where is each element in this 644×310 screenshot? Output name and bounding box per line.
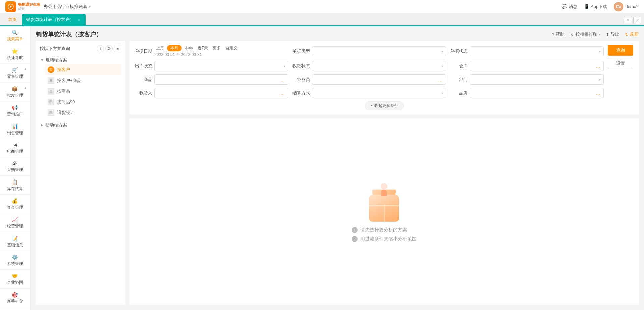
maximize-tab-btn[interactable]: ⤢ <box>633 17 641 24</box>
sidebar-item-purchase[interactable]: 🛍 采购管理 <box>0 157 30 176</box>
brand-input[interactable]: … <box>470 88 604 98</box>
app-download-btn[interactable]: 📱 App下载 <box>584 4 607 10</box>
page-title: 销货单统计表（按客户） <box>36 30 102 38</box>
desktop-group-toggle-icon: ▶ <box>41 59 44 61</box>
out-status-field: 出库状态 ▾ <box>135 61 288 71</box>
sidebar-item-finance[interactable]: 💰 资金管理 <box>0 195 30 213</box>
query-btn[interactable]: 查询 <box>608 45 633 56</box>
department-input[interactable]: ▾ <box>470 74 604 85</box>
scheme-item-return[interactable]: 图 退货统计 <box>45 107 121 118</box>
tab-sales-stats[interactable]: 销货单统计表（按客户） × <box>22 14 86 25</box>
sidebar-item-business[interactable]: 📈 经营管理 <box>0 213 30 232</box>
empty-state: 1 请先选择要分析的方案 2 用过滤条件来缩小分析范围 <box>129 118 639 305</box>
scheme-item-by-product[interactable]: 표 按商品 <box>45 86 121 97</box>
date-range: 2023-03-01 至 2023-03-31 <box>154 52 288 58</box>
salesperson-field: 业务员 … <box>292 74 446 85</box>
enterprise-icon: 🤝 <box>12 273 18 279</box>
doc-type-input[interactable]: ▾ <box>312 46 446 56</box>
scheme-item-icon-return: 图 <box>48 109 54 116</box>
doc-type-field: 单据类型 ▾ <box>292 46 446 56</box>
hint1: 1 请先选择要分析的方案 <box>352 227 417 233</box>
logo-subtitle: 标账 <box>18 7 40 11</box>
date-btn-this-year[interactable]: 本年 <box>183 45 195 51</box>
settlement-input[interactable]: ▾ <box>312 88 446 98</box>
warehouse-input[interactable]: … <box>470 61 604 71</box>
user-profile[interactable]: Ea demo2 <box>614 2 639 11</box>
desktop-scheme-group: ▶ 电脑端方案 客 按客户 표 按客户+商 <box>40 56 121 118</box>
collapse-filter-btn[interactable]: ∧ 收起更多条件 <box>365 101 404 110</box>
department-label: 部门 <box>450 76 468 83</box>
message-btn[interactable]: 💬 消息 <box>562 4 577 10</box>
scheme-item-label-product: 按商品 <box>57 88 70 94</box>
refresh-btn[interactable]: ↻ 刷新 <box>625 31 639 37</box>
salesperson-input[interactable]: … <box>312 74 446 85</box>
sidebar-item-app-center[interactable]: 📱 应用中心 <box>0 307 30 310</box>
sidebar-item-basic[interactable]: 📝 基础信息 <box>0 232 30 251</box>
export-icon: ⬆ <box>606 32 609 37</box>
sidebar-item-wholesale[interactable]: 📦 批发管理 ▲ <box>0 83 30 101</box>
date-btn-this-month[interactable]: 本月 <box>167 45 182 51</box>
scheme-item-by-customer-product[interactable]: 표 按客户+商品 <box>45 75 121 86</box>
out-status-input[interactable]: ▾ <box>154 61 288 71</box>
receipt-status-label: 收款状态 <box>292 63 310 69</box>
sidebar-item-guide[interactable]: 🎯 新手引导 <box>0 289 30 307</box>
scheme-settings-btn[interactable]: ⚙ <box>105 45 113 52</box>
date-btn-last-month[interactable]: 上月 <box>154 45 166 51</box>
sidebar-item-system[interactable]: ⚙️ 系统管理 <box>0 251 30 270</box>
desktop-group-label: 电脑端方案 <box>45 57 67 63</box>
sidebar-item-sales[interactable]: 📊 销售管理 <box>0 120 30 139</box>
close-tab-btn[interactable]: × <box>624 17 632 24</box>
tab-close-icon[interactable]: × <box>77 17 82 22</box>
product-label: 商品 <box>135 76 152 83</box>
desktop-group-header[interactable]: ▶ 电脑端方案 <box>40 56 121 64</box>
date-btn-7days[interactable]: 近7天 <box>196 45 210 51</box>
scheme-item-by-customer[interactable]: 客 按客户 <box>45 64 121 75</box>
sidebar-item-enterprise[interactable]: 🤝 企业协同 <box>0 270 30 289</box>
out-status-arrow-icon: ▾ <box>284 64 285 68</box>
doc-status-field: 单据状态 ▾ <box>450 46 604 56</box>
brand-label: 品牌 <box>450 90 468 96</box>
sidebar-item-ecomm[interactable]: 🖥 电商管理 <box>0 139 30 157</box>
sidebar-item-quick-nav[interactable]: ⭐ 快捷导航 <box>0 45 30 64</box>
sales-icon: 📊 <box>12 123 18 130</box>
doc-type-label: 单据类型 <box>292 48 310 54</box>
basic-icon: 📝 <box>12 236 18 242</box>
wholesale-arrow-icon: ▲ <box>24 86 27 89</box>
sidebar-item-search-menu[interactable]: 🔍 搜索菜单 <box>0 26 30 45</box>
sidebar-item-retail[interactable]: 🛒 零售管理 ▲ <box>0 64 30 83</box>
marketing-icon: 📢 <box>12 105 18 111</box>
scheme-item-by-product99[interactable]: 图 按商品99 <box>45 97 121 107</box>
settings-btn[interactable]: 设置 <box>608 58 633 69</box>
retail-arrow-icon: ▲ <box>24 67 27 70</box>
scheme-collapse-btn[interactable]: « <box>114 45 121 52</box>
mobile-group-label: 移动端方案 <box>45 122 67 128</box>
username: demo2 <box>625 4 639 9</box>
settlement-label: 结算方式 <box>292 90 310 96</box>
help-btn[interactable]: ? 帮助 <box>552 31 565 37</box>
breadcrumb-arrow-icon[interactable]: ▾ <box>89 4 91 9</box>
recipient-input[interactable]: … <box>154 88 288 98</box>
print-template-btn[interactable]: 🖨 按模板打印 ▾ <box>570 31 600 37</box>
export-btn[interactable]: ⬆ 导出 <box>606 31 620 37</box>
doc-status-input[interactable]: ▾ <box>470 46 604 56</box>
product-input[interactable]: … <box>154 74 288 85</box>
quick-nav-icon: ⭐ <box>12 48 18 54</box>
recipient-label: 收货人 <box>135 90 152 96</box>
mobile-group-header[interactable]: ▶ 移动端方案 <box>40 121 121 130</box>
date-btn-custom[interactable]: 自定义 <box>224 45 239 51</box>
receipt-status-input[interactable]: ▾ <box>312 61 446 71</box>
tab-home[interactable]: 首页 <box>3 14 22 25</box>
ecomm-icon: 🖥 <box>12 142 17 148</box>
refresh-icon: ↻ <box>625 32 629 37</box>
mobile-group-toggle-icon: ▶ <box>41 123 43 127</box>
hint2: 2 用过滤条件来缩小分析范围 <box>352 236 417 242</box>
business-icon: 📈 <box>12 217 18 223</box>
receipt-status-field: 收款状态 ▾ <box>292 61 446 71</box>
department-field: 部门 ▾ <box>450 74 604 85</box>
sidebar-item-inventory[interactable]: 📋 库存核算 <box>0 176 30 195</box>
search-menu-icon: 🔍 <box>12 30 18 36</box>
brand-dots-icon: … <box>596 90 601 96</box>
scheme-add-btn[interactable]: + <box>97 45 104 52</box>
date-btn-more[interactable]: 更多 <box>211 45 222 51</box>
sidebar-item-marketing[interactable]: 📢 营销推广 <box>0 101 30 120</box>
